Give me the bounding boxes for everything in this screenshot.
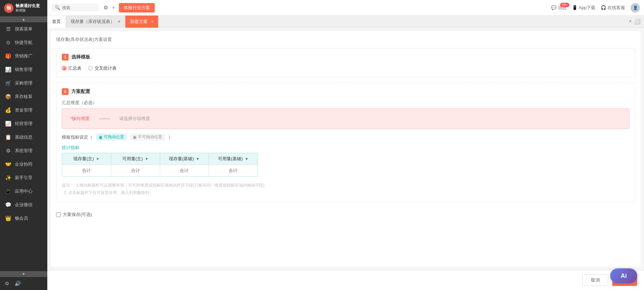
sidebar-item-quick-nav[interactable]: ⊙ 快捷导航 bbox=[0, 36, 47, 49]
tab-new-plan-close-icon[interactable]: × bbox=[151, 19, 153, 24]
dropdown-icon[interactable]: ▼ bbox=[112, 5, 116, 10]
hint-prefix-1: 提示： bbox=[62, 182, 74, 189]
stats-table-row-1: 合计 合计 合计 合计 bbox=[62, 165, 257, 176]
quick-nav-icon: ⊙ bbox=[5, 40, 11, 46]
immovable-chip: ▣ 不可拖动位置 bbox=[130, 134, 165, 141]
sidebar-label-ops: 经营管理 bbox=[15, 121, 32, 127]
movable-chip-label: 可拖动位置 bbox=[104, 134, 124, 140]
col-header-4-label: 可用量(基辅) bbox=[218, 156, 243, 162]
radio-summary-label: 汇总表 bbox=[68, 65, 81, 71]
section-choose-template: 1 选择模板 汇总表 交叉统计表 bbox=[56, 48, 635, 77]
message-btn[interactable]: 💬 消息 99+ bbox=[551, 5, 567, 11]
radio-cross-circle bbox=[88, 66, 93, 71]
cell-1-2: 合计 bbox=[111, 165, 160, 176]
chevron-2-icon: ▼ bbox=[145, 157, 149, 161]
indicator-label: 模板指标设定（ bbox=[62, 134, 93, 140]
dim-required-area[interactable]: *纵向维度 —— 请选择分组维度 bbox=[62, 108, 629, 129]
user-avatar[interactable]: 👤 bbox=[630, 3, 640, 13]
sidebar-item-basic-info[interactable]: 📋 基础信息 bbox=[0, 130, 47, 144]
sidebar-item-new-guide[interactable]: ✨ 新手引导 bbox=[0, 171, 47, 185]
cell-1-3: 合计 bbox=[160, 165, 209, 176]
cell-1-3-value: 合计 bbox=[180, 168, 189, 174]
radio-summary[interactable]: 汇总表 bbox=[62, 65, 81, 71]
message-icon: 💬 bbox=[551, 5, 556, 10]
radio-cross[interactable]: 交叉统计表 bbox=[88, 65, 117, 71]
movable-indicator: ▣ bbox=[99, 135, 102, 140]
search-menu-icon: ☰ bbox=[5, 26, 11, 32]
col-header-2[interactable]: 可用量(主) ▼ bbox=[111, 153, 160, 165]
chevron-4-icon: ▼ bbox=[245, 157, 249, 161]
sidebar-scroll-down[interactable]: ▼ bbox=[0, 271, 47, 277]
sidebar-item-purchase[interactable]: 🛒 采购管理 bbox=[0, 76, 47, 90]
tab-inventory-close-icon[interactable]: × bbox=[118, 19, 120, 24]
settings-icon[interactable]: ⚙ bbox=[5, 281, 9, 287]
new-guide-icon: ✨ bbox=[5, 175, 11, 181]
window-close-icon[interactable]: × bbox=[629, 18, 632, 25]
cell-1-4: 合计 bbox=[209, 165, 257, 176]
dim-required-label: *纵向维度 bbox=[70, 116, 90, 122]
gear-icon[interactable]: ⚙ bbox=[103, 4, 108, 11]
tab-new-plan[interactable]: 新建方案 × bbox=[125, 16, 158, 28]
col-header-4[interactable]: 可用量(基辅) ▼ bbox=[209, 153, 257, 165]
immovable-chip-label: 不可拖动位置 bbox=[138, 134, 162, 140]
indicator-settings: 模板指标设定（ ▣ 可拖动位置 ▣ 不可拖动位置 ） bbox=[62, 134, 629, 141]
hint-1: 提示： 1.拖动标题栏可以调整布局，不可跨维度或指标区域拖动栏目字段(只能在同一… bbox=[62, 182, 629, 189]
sidebar-footer: ⚙ 🔊 bbox=[0, 277, 47, 290]
corp-wechat-icon: 💬 bbox=[5, 202, 11, 208]
sidebar-item-marketing[interactable]: 🎁 营销推广 bbox=[0, 49, 47, 63]
col-header-3-label: 现存量(基辅) bbox=[169, 156, 194, 162]
template-radio-group: 汇总表 交叉统计表 bbox=[62, 65, 629, 71]
topbar-search[interactable]: 🔍 bbox=[51, 4, 99, 11]
membership-icon: 👑 bbox=[5, 215, 11, 221]
section2-num: 2 bbox=[62, 88, 69, 95]
ai-bubble[interactable]: Ai bbox=[610, 268, 637, 283]
sidebar-item-corp-collab[interactable]: 🤝 企业协同 bbox=[0, 158, 47, 171]
sidebar-item-sys-mgmt[interactable]: ⚙ 系统管理 bbox=[0, 144, 47, 158]
online-service-label: 在线客服 bbox=[608, 5, 625, 11]
sidebar-item-app-center[interactable]: 📱 应用中心 bbox=[0, 185, 47, 198]
search-icon: 🔍 bbox=[55, 5, 60, 10]
cancel-button[interactable]: 取消 bbox=[583, 274, 608, 286]
tab-home[interactable]: 首页 bbox=[47, 16, 66, 28]
footer-bar: 取消 查询 bbox=[47, 270, 644, 290]
phone-icon: 📱 bbox=[572, 5, 577, 10]
marketing-icon: 🎁 bbox=[5, 53, 11, 59]
save-checkbox[interactable] bbox=[56, 212, 61, 217]
search-input[interactable] bbox=[62, 5, 93, 10]
purchase-icon: 🛒 bbox=[5, 80, 11, 86]
avatar-icon: 👤 bbox=[633, 5, 638, 10]
sidebar-label-quick-nav: 快捷导航 bbox=[15, 40, 32, 46]
sidebar-item-membership[interactable]: 👑 畅会员 bbox=[0, 212, 47, 225]
sidebar-item-inventory[interactable]: 📦 库存核算 bbox=[0, 90, 47, 103]
finance-icon: 💰 bbox=[5, 107, 11, 113]
section2-header: 2 方案配置 bbox=[62, 88, 629, 95]
sidebar-item-sales[interactable]: 📊 销售管理 bbox=[0, 63, 47, 76]
headset-icon: 🎧 bbox=[601, 5, 606, 10]
sound-icon[interactable]: 🔊 bbox=[15, 281, 21, 287]
tab-inventory-status[interactable]: 现存量（库存状况表） × bbox=[66, 16, 125, 28]
sidebar-label-sales: 销售管理 bbox=[15, 67, 32, 73]
sidebar-item-corp-wechat[interactable]: 💬 企业微信 bbox=[0, 198, 47, 212]
app-download-label: App下载 bbox=[579, 5, 595, 11]
immovable-indicator: ▣ bbox=[133, 135, 137, 140]
chevron-1-icon: ▼ bbox=[96, 157, 100, 161]
sidebar-label-search-menu: 搜索菜单 bbox=[15, 26, 32, 32]
cell-1-4-value: 合计 bbox=[229, 168, 238, 174]
dim-arrow: —— bbox=[99, 116, 110, 122]
tab-window-controls: × ⬜ bbox=[625, 18, 644, 25]
sidebar-item-search-menu[interactable]: ☰ 搜索菜单 bbox=[0, 22, 47, 36]
sidebar-item-finance[interactable]: 💰 资金管理 bbox=[0, 103, 47, 117]
radio-cross-label: 交叉统计表 bbox=[95, 65, 117, 71]
cell-1-2-value: 合计 bbox=[131, 168, 140, 174]
app-download-btn[interactable]: 📱 App下载 bbox=[572, 5, 595, 11]
col-header-3[interactable]: 现存量(基辅) ▼ bbox=[160, 153, 209, 165]
basic-info-icon: 📋 bbox=[5, 134, 11, 140]
window-expand-icon[interactable]: ⬜ bbox=[634, 18, 641, 25]
sidebar-item-ops[interactable]: 📈 经营管理 bbox=[0, 117, 47, 130]
online-service-btn[interactable]: 🎧 在线客服 bbox=[601, 5, 625, 11]
movable-chip: ▣ 可拖动位置 bbox=[96, 134, 127, 141]
col-header-1[interactable]: 现存量(主) ▼ bbox=[62, 153, 111, 165]
save-label: 方案保存(可选) bbox=[63, 212, 92, 218]
industry-btn[interactable]: 体验行业方案 bbox=[119, 3, 155, 13]
sidebar-scroll-up[interactable]: ▲ bbox=[0, 17, 47, 22]
